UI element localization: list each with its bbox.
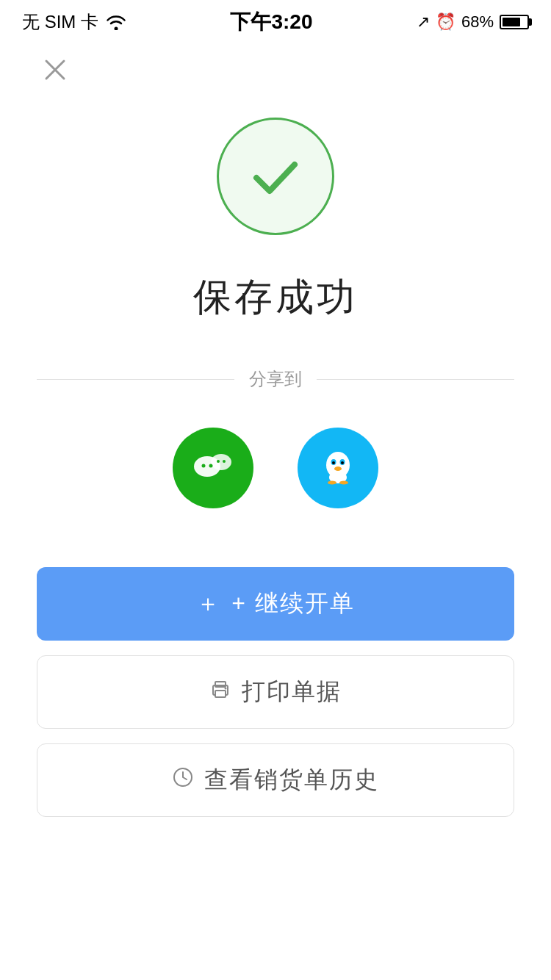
sim-label: 无 SIM 卡 [22, 10, 98, 34]
svg-point-7 [223, 460, 226, 463]
wifi-icon [106, 14, 126, 30]
svg-point-13 [334, 466, 342, 471]
history-label: 查看销货单历史 [204, 764, 379, 796]
success-title: 保存成功 [193, 272, 358, 323]
checkmark-icon [246, 147, 305, 206]
plus-icon: ＋ [196, 588, 221, 620]
battery-icon [500, 15, 529, 29]
status-left: 无 SIM 卡 [22, 10, 126, 34]
location-icon: ↗ [417, 12, 430, 32]
time-display: 下午3:20 [230, 8, 312, 36]
printer-icon [209, 678, 231, 706]
history-button[interactable]: 查看销货单历史 [37, 743, 514, 817]
print-button[interactable]: 打印单据 [37, 655, 514, 729]
divider-right [317, 379, 514, 380]
svg-point-5 [209, 464, 213, 468]
main-content: 保存成功 分享到 [0, 44, 551, 817]
svg-point-11 [332, 461, 335, 464]
share-divider: 分享到 [37, 367, 514, 391]
svg-point-15 [328, 481, 336, 485]
svg-point-3 [211, 454, 231, 470]
svg-rect-18 [215, 691, 226, 697]
alarm-icon: ⏰ [436, 12, 455, 32]
svg-point-16 [339, 481, 348, 485]
close-button[interactable] [37, 51, 73, 88]
svg-point-4 [202, 464, 206, 468]
qq-share-button[interactable] [298, 428, 378, 508]
clock-icon [172, 766, 194, 794]
divider-left [37, 379, 234, 380]
status-bar: 无 SIM 卡 下午3:20 ↗ ⏰ 68% [0, 0, 551, 44]
print-label: 打印单据 [242, 676, 342, 708]
share-label: 分享到 [249, 367, 302, 391]
svg-point-6 [217, 460, 220, 463]
svg-point-12 [341, 461, 344, 464]
wechat-share-button[interactable] [173, 428, 253, 508]
battery-percent: 68% [461, 12, 494, 32]
continue-button[interactable]: ＋ + 继续开单 [37, 567, 514, 641]
continue-label: + 继续开单 [231, 588, 355, 620]
success-circle [217, 118, 334, 235]
status-right: ↗ ⏰ 68% [417, 12, 529, 32]
svg-point-20 [225, 688, 227, 690]
action-buttons: ＋ + 继续开单 打印单据 查看销货单历史 [37, 567, 514, 817]
share-icons [173, 428, 378, 508]
